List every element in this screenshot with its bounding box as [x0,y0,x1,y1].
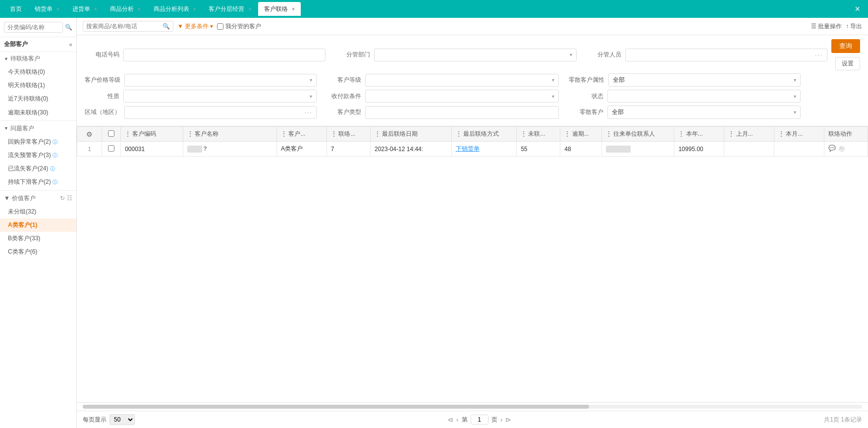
sidebar-item-churn-warning[interactable]: 流失预警客户(3) ⓘ [0,149,76,162]
refresh-icon[interactable]: ↻ [60,195,65,202]
close-tab-sales[interactable]: × [56,6,59,12]
col-gear: ⚙ [77,127,102,142]
sidebar-item-today-pending[interactable]: 今天待联络(0) [0,65,76,79]
sidebar: 🔍 全部客户 « ▼ 待联络客户 今天待联络(0) 明天待联络(1) 近7天待联… [0,18,77,428]
filter-dept: 分管部门 ▾ [335,49,576,61]
search-icon[interactable]: 🔍 [163,23,170,30]
sidebar-collapse-icon[interactable]: « [69,41,72,48]
col-header-type[interactable]: ⋮ 客户... [277,127,327,142]
sidebar-search-icon[interactable]: 🔍 [65,24,72,31]
first-page-btn[interactable]: ⊲ [447,416,453,424]
filter-nature-select[interactable]: ▾ [123,90,317,103]
filter-retail-attr-select[interactable]: 全部▾ [608,73,801,87]
filter-payment-select[interactable]: ▾ [365,90,558,103]
sidebar-item-b-class[interactable]: B类客户(33) [0,232,76,245]
filter-icon: ▼ [177,23,183,30]
filter-price-grade-select[interactable]: ▾ [124,74,317,87]
batch-ops-button[interactable]: ☰ 批量操作 [811,22,842,31]
row-this-month [774,142,824,157]
group-problem-customers[interactable]: ▼ 问题客户 [0,122,76,135]
search-box: 🔍 [83,21,173,32]
prev-page-btn[interactable]: ‹ [456,416,459,424]
col-header-last-way[interactable]: ⋮ 最后联络方式 [451,127,516,142]
tab-customer-contact[interactable]: 客户联络 × [258,2,301,16]
scrollbar-thumb[interactable] [83,405,589,409]
last-page-btn[interactable]: ⊳ [505,416,511,424]
group-value-customers[interactable]: ▼ 价值客户 ↻ ☷ [0,192,76,205]
col-header-code[interactable]: ⋮ 客户编码 [121,127,183,142]
sidebar-item-overdue-contact[interactable]: 逾期未联络(30) [0,106,76,119]
table-body: 1 000031 ？ A类客户 7 2023-04-12 14:44: 下销货单 [77,142,868,157]
main-layout: 🔍 全部客户 « ▼ 待联络客户 今天待联络(0) 明天待联络(1) 近7天待联… [0,18,868,428]
close-tab-analysis[interactable]: × [138,6,141,12]
chat-icon[interactable]: 💬 [828,145,836,153]
col-header-year[interactable]: ⋮ 本年... [674,127,724,142]
col-header-last-date[interactable]: ⋮ 最后联络日期 [370,127,451,142]
gear-icon[interactable]: ⚙ [86,130,93,138]
filter-nature-label: 性质 [85,92,119,101]
more-conditions-btn[interactable]: ▼ 更多条件 ▾ [177,22,213,31]
filter-person-input[interactable]: ··· [625,49,827,61]
tab-home[interactable]: 首页 [4,2,28,16]
tab-customer-segment[interactable]: 客户分层经营 × [203,2,257,16]
tab-analysis[interactable]: 商品分析 × [104,2,147,16]
tab-purchase[interactable]: 进货单 × [66,2,103,16]
col-header-last-month[interactable]: ⋮ 上月... [724,127,774,142]
divider1 [0,120,76,121]
group-pending-contact[interactable]: ▼ 待联络客户 [0,52,76,65]
filter-area: 电话号码 分管部门 ▾ 分管人员 ··· [77,35,868,126]
search-input[interactable] [86,23,161,30]
filter-phone-input[interactable] [123,49,326,61]
horizontal-scrollbar[interactable] [83,405,862,409]
add-group-icon[interactable]: ☷ [67,195,72,202]
sidebar-item-repurchase-abnormal[interactable]: 回购异常客户(2) ⓘ [0,135,76,149]
sidebar-item-tomorrow-pending[interactable]: 明天待联络(1) [0,79,76,92]
my-customers-checkbox[interactable] [217,23,223,30]
filter-dept-select[interactable]: ▾ [374,49,576,61]
filter-retail-select[interactable]: 全部▾ [607,106,801,119]
sidebar-item-c-class[interactable]: C类客户(6) [0,245,76,259]
table-header-row: ⚙ ⋮ 客户编码 ⋮ 客户名称 ⋮ 客户... [77,127,868,142]
filter-customer-type-input[interactable] [365,106,558,119]
last-way-link[interactable]: 下销货单 [456,145,480,152]
window-close-button[interactable]: × [851,4,864,14]
sidebar-search-input[interactable] [4,22,63,33]
tab-sales[interactable]: 销货单 × [29,2,65,16]
sidebar-item-unclassified[interactable]: 未分组(32) [0,205,76,218]
next-page-btn[interactable]: › [500,416,503,424]
page-size-select[interactable]: 50 100 200 [109,414,135,425]
row-checkbox[interactable] [108,145,114,152]
export-button[interactable]: ↑ 导出 [846,22,862,31]
close-tab-customer-segment[interactable]: × [248,6,251,12]
col-header-this-month[interactable]: ⋮ 本月... [774,127,824,142]
col-checkbox-header [102,127,121,142]
filter-price-grade: 客户价格等级 ▾ [85,74,317,87]
filter-retail-attr-label: 零散客户属性 [569,76,604,84]
sidebar-item-7day-pending[interactable]: 近7天待联络(0) [0,92,76,106]
filter-payment: 收付款条件 ▾ [326,90,558,103]
page-number-input[interactable] [471,415,488,425]
col-header-name[interactable]: ⋮ 客户名称 [183,127,277,142]
filter-customer-grade-select[interactable]: ▾ [365,74,558,87]
col-header-no-contact[interactable]: ⋮ 未联... [517,127,560,142]
close-tab-customer-contact[interactable]: × [292,6,295,12]
col-header-action: 联络动作 [824,127,868,142]
col-header-contact[interactable]: ⋮ 联络... [326,127,370,142]
close-tab-analysis-list[interactable]: × [193,6,196,12]
close-tab-purchase[interactable]: × [94,6,97,12]
filter-status-select[interactable]: ▾ [607,90,801,103]
select-all-checkbox[interactable] [108,130,114,137]
filter-customer-type: 客户类型 [326,106,558,119]
qr-icon[interactable]: ㊞ [839,145,845,153]
filter-region-input[interactable]: ··· [124,106,317,119]
sidebar-item-a-class[interactable]: A类客户(1) [0,218,76,232]
col-header-overdue[interactable]: ⋮ 逾期... [560,127,602,142]
sidebar-item-declining[interactable]: 持续下滑客户(2) ⓘ [0,175,76,189]
col-header-company[interactable]: ⋮ 往来单位联系人 [601,127,674,142]
toolbar-right: ☰ 批量操作 ↑ 导出 [811,22,862,31]
filter-region: 区域（地区） ··· [85,106,317,119]
tab-analysis-list[interactable]: 商品分析列表 × [148,2,202,16]
sidebar-item-churned[interactable]: 已流失客户(24) ⓘ [0,162,76,175]
query-button[interactable]: 查询 [831,39,860,53]
setting-button[interactable]: 设置 [835,57,860,70]
